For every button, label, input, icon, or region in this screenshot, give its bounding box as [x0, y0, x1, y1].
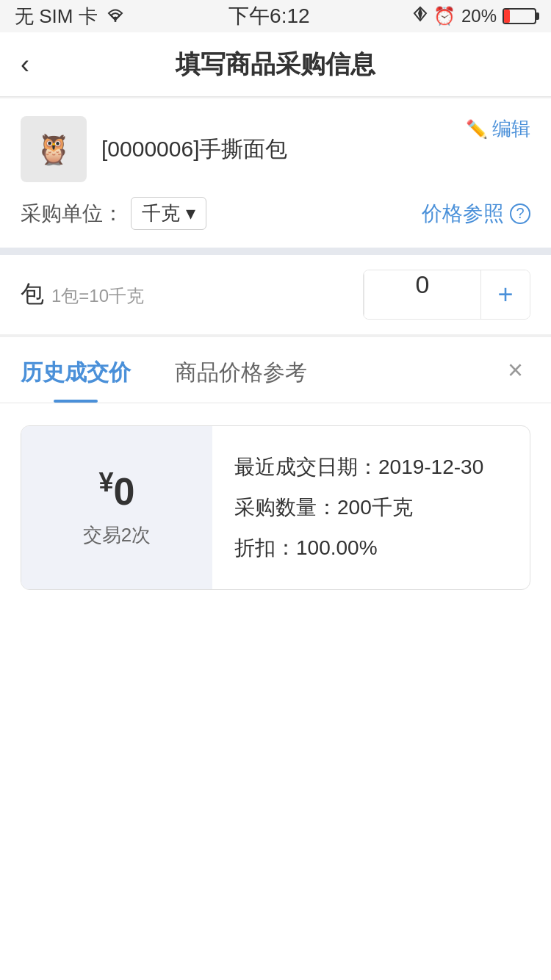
bottom-area — [0, 612, 551, 980]
product-logo-icon: 🦉 — [35, 132, 72, 167]
battery-icon — [503, 8, 536, 24]
status-bar: 无 SIM 卡 下午6:12 ⏰ 20% — [0, 0, 551, 32]
discount-row: 折扣：100.00% — [234, 533, 508, 562]
product-name: [0000006]手撕面包 — [101, 134, 287, 165]
quantity-input-group: 0 + — [363, 270, 530, 320]
edit-label: 编辑 — [492, 116, 530, 142]
status-left: 无 SIM 卡 — [15, 4, 126, 29]
card-left: ¥0 交易2次 — [21, 426, 212, 589]
history-price: ¥0 — [99, 467, 135, 514]
quantity-section: 包 1包=10千克 0 + — [0, 255, 551, 334]
dropdown-arrow-icon: ▾ — [186, 202, 195, 225]
product-left: 🦉 [0000006]手撕面包 — [21, 116, 287, 182]
tab-price-reference[interactable]: 商品价格参考 — [175, 337, 307, 403]
trade-count: 交易2次 — [83, 522, 151, 548]
tab-history-price[interactable]: 历史成交价 — [21, 337, 131, 403]
status-right: ⏰ 20% — [413, 6, 536, 26]
tab-section: 历史成交价 商品价格参考 × ¥0 交易2次 最近成交日期：2019-12-30… — [0, 337, 551, 612]
svg-point-0 — [114, 20, 116, 22]
price-reference-button[interactable]: 价格参照 ? — [422, 200, 530, 228]
section-divider — [0, 248, 551, 255]
price-symbol: ¥ — [99, 467, 114, 497]
discount-value: 100.00% — [296, 536, 378, 559]
tab-items: 历史成交价 商品价格参考 — [21, 337, 307, 403]
recent-date-value: 2019-12-30 — [378, 455, 483, 478]
quantity-value[interactable]: 0 — [364, 270, 481, 319]
price-ref-label: 价格参照 — [422, 200, 504, 228]
increment-button[interactable]: + — [481, 270, 530, 319]
carrier-label: 无 SIM 卡 — [15, 4, 98, 29]
purchase-quantity-value: 200千克 — [337, 496, 413, 519]
tab-header: 历史成交价 商品价格参考 × — [0, 337, 551, 403]
location-icon — [413, 6, 428, 26]
quantity-unit-main: 包 — [21, 278, 44, 311]
tab-close-button[interactable]: × — [500, 347, 530, 393]
alarm-icon: ⏰ — [433, 6, 455, 26]
quantity-unit-sub: 1包=10千克 — [51, 284, 144, 308]
page-title: 填写商品采购信息 — [176, 48, 375, 82]
discount-label: 折扣： — [234, 536, 296, 559]
product-unit-row: 采购单位： 千克 ▾ 价格参照 ? — [21, 197, 530, 230]
status-time: 下午6:12 — [228, 2, 310, 30]
nav-bar: ‹ 填写商品采购信息 — [0, 32, 551, 97]
unit-value: 千克 — [142, 201, 180, 226]
battery-percentage: 20% — [461, 6, 497, 26]
quantity-label-group: 包 1包=10千克 — [21, 278, 144, 311]
card-container: ¥0 交易2次 最近成交日期：2019-12-30 采购数量：200千克 折扣：… — [0, 403, 551, 612]
help-icon: ? — [510, 203, 530, 224]
purchase-quantity-row: 采购数量：200千克 — [234, 493, 508, 522]
unit-selector-group: 采购单位： 千克 ▾ — [21, 197, 206, 230]
card-right: 最近成交日期：2019-12-30 采购数量：200千克 折扣：100.00% — [212, 426, 530, 589]
purchase-quantity-label: 采购数量： — [234, 496, 337, 519]
edit-button[interactable]: ✏️ 编辑 — [466, 116, 530, 142]
recent-date-label: 最近成交日期： — [234, 455, 378, 478]
product-section: 🦉 [0000006]手撕面包 ✏️ 编辑 采购单位： 千克 ▾ 价格参照 ? — [0, 98, 551, 248]
wifi-icon — [105, 5, 126, 28]
product-thumbnail: 🦉 — [21, 116, 87, 182]
history-card: ¥0 交易2次 最近成交日期：2019-12-30 采购数量：200千克 折扣：… — [21, 425, 530, 590]
edit-icon: ✏️ — [466, 119, 488, 140]
price-value: 0 — [114, 470, 135, 513]
unit-label: 采购单位： — [21, 200, 123, 228]
recent-date-row: 最近成交日期：2019-12-30 — [234, 453, 508, 481]
product-header: 🦉 [0000006]手撕面包 ✏️ 编辑 — [21, 116, 530, 182]
back-button[interactable]: ‹ — [21, 49, 29, 80]
unit-dropdown[interactable]: 千克 ▾ — [131, 197, 206, 230]
